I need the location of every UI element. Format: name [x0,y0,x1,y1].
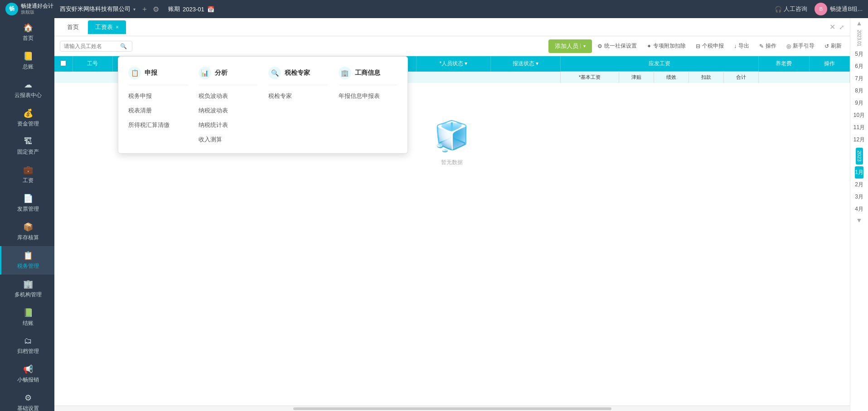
sidebar-item-小畅报销[interactable]: 📢小畅报销 [0,360,54,388]
action-label-0: 统一社保设置 [604,42,637,50]
search-input[interactable] [64,43,118,49]
sidebar-icon-2: ☁ [24,80,32,90]
no-data-text: 暂无数据 [441,159,463,166]
dropdown-item-1-0[interactable]: 税负波动表 [199,89,258,103]
sidebar-item-归档管理[interactable]: 🗂归档管理 [0,332,54,360]
action-icon-6: ↺ [824,43,829,49]
dropdown-item-2-0[interactable]: 税检专家 [268,89,328,103]
col-report-status: 报送状态 ▾ [490,56,561,72]
sidebar-item-云报表中心[interactable]: ☁云报表中心 [0,75,54,104]
period-value[interactable]: 2023-01 [183,6,204,13]
dropdown-item-1-2[interactable]: 纳税统计表 [199,118,258,132]
rs-year-2023[interactable]: 2023 [856,148,863,164]
sidebar-icon-7: 📦 [23,222,33,232]
add-employee-button[interactable]: 添加人员 ▾ [548,39,592,53]
rs-month-3月[interactable]: 3月 [855,191,863,203]
toolbar-action-4[interactable]: ✎操作 [756,40,779,52]
sidebar-label-8: 税务管理 [17,262,39,270]
sidebar-item-总账[interactable]: 📒总账 [0,47,54,75]
rs-month-9月[interactable]: 9月 [853,97,865,109]
toolbar-action-3[interactable]: ↓导出 [731,40,752,52]
rs-month-7月[interactable]: 7月 [853,73,865,85]
dropdown-item-3-0[interactable]: 年报信息申报表 [339,89,398,103]
dropdown-item-1-1[interactable]: 纳税波动表 [199,103,258,118]
horizontal-scrollbar[interactable] [293,407,611,410]
sidebar-label-0: 首页 [23,34,34,42]
dropdown-menu: 📋申报税务申报税表清册所得税汇算清缴📊分析税负波动表纳税波动表纳税统计表收入测算… [118,56,408,154]
rs-month-11月[interactable]: 11月 [853,121,865,134]
col-pension: 养老费 [758,56,809,72]
toolbar-action-1[interactable]: ✦专项附加扣除 [644,40,689,52]
toolbar-action-2[interactable]: ⊟个税申报 [693,40,727,52]
dropdown-item-0-0[interactable]: 税务申报 [128,89,188,103]
rs-months-curr: 1月2月3月4月 [855,166,863,215]
logo-name: 畅捷通好会计 [21,3,53,9]
rs-month-5月[interactable]: 5月 [853,48,865,60]
sidebar-item-首页[interactable]: 🏠首页 [0,18,54,47]
toolbar: 🔍 添加人员 ▾ ⚙统一社保设置✦专项附加扣除⊟个税申报↓导出✎操作◎新手引导↺… [54,36,850,56]
select-all-checkbox[interactable] [54,56,73,72]
company-dropdown-arrow: ▾ [133,7,136,12]
col-status: *人员状态 ▾ [417,56,491,72]
calendar-icon[interactable]: 📅 [207,6,214,13]
dropdown-col-title-3: 工商信息 [355,69,380,77]
sidebar-item-库存核算[interactable]: 📦库存核算 [0,218,54,246]
sub-base-salary: *基本工资 [561,72,619,83]
tab-close-btn[interactable]: × [116,24,119,30]
sidebar: 🏠首页📒总账☁云报表中心💰资金管理🏗固定资产💼工资📄发票管理📦库存核算📋税务管理… [0,18,54,411]
tab-salary[interactable]: 工资表 × [88,20,126,34]
rs-month-1月[interactable]: 1月 [855,166,863,179]
rs-month-4月[interactable]: 4月 [855,203,863,215]
rs-scroll-down[interactable]: ▼ [856,215,863,225]
rs-month-12月[interactable]: 12月 [853,134,865,146]
sidebar-item-发票管理[interactable]: 📄发票管理 [0,189,54,218]
col-id: 工号 [73,56,113,72]
add-dropdown-arrow[interactable]: ▾ [580,44,586,48]
tab-salary-label: 工资表 [95,23,113,31]
sidebar-item-结账[interactable]: 📗结账 [0,303,54,332]
sidebar-icon-4: 🏗 [24,137,32,146]
close-window-btn[interactable]: ✕ [829,23,835,31]
dropdown-item-0-2[interactable]: 所得税汇算清缴 [128,118,188,132]
action-icon-5: ◎ [786,43,791,49]
col-group-salary: 应发工资 [561,56,758,72]
sidebar-item-税务管理[interactable]: 📋税务管理 [0,246,54,275]
rs-month-6月[interactable]: 6月 [853,60,865,73]
period-display: 账期 2023-01 📅 [168,5,214,13]
sidebar-icon-9: 🏢 [23,279,33,289]
rs-month-8月[interactable]: 8月 [853,85,865,97]
toolbar-action-5[interactable]: ◎新手引导 [784,40,817,52]
expand-btn[interactable]: ⤢ [839,24,844,31]
content-area: 首页 工资表 × ✕ ⤢ 🔍 添加人员 ▾ ⚙统一社保设置✦专项附加扣除⊟个税申… [54,18,850,411]
sidebar-label-5: 工资 [23,177,34,184]
rs-month-10月[interactable]: 10月 [853,109,865,121]
sidebar-item-资金管理[interactable]: 💰资金管理 [0,104,54,132]
toolbar-action-6[interactable]: ↺刷新 [822,40,844,52]
logo: 畅 畅捷通好会计 旗舰版 [5,3,60,15]
sidebar-icon-6: 📄 [23,193,33,203]
toolbar-action-0[interactable]: ⚙统一社保设置 [595,40,640,52]
sidebar-item-多机构管理[interactable]: 🏢多机构管理 [0,275,54,303]
sub-total: 合计 [723,72,758,83]
sidebar-item-固定资产[interactable]: 🏗固定资产 [0,132,54,160]
add-icon[interactable]: ＋ [141,5,148,14]
help-btn[interactable]: 🎧 人工咨询 [775,5,807,13]
dropdown-grid: 📋申报税务申报税表清册所得税汇算清缴📊分析税负波动表纳税波动表纳税统计表收入测算… [123,61,403,149]
headset-icon: 🎧 [775,6,782,13]
settings-icon[interactable]: ⚙ [153,5,159,14]
user-name: 畅捷通B组... [830,5,863,13]
sidebar-item-工资[interactable]: 💼工资 [0,160,54,189]
rs-month-2月[interactable]: 2月 [855,179,863,191]
col-operation: 操作 [810,56,850,72]
dropdown-col-header-3: 🏢工商信息 [339,63,398,85]
dropdown-item-1-3[interactable]: 收入测算 [199,132,258,147]
tab-home[interactable]: 首页 [60,20,86,34]
search-box[interactable]: 🔍 [60,41,132,52]
dropdown-col-title-0: 申报 [145,69,157,77]
help-label: 人工咨询 [784,5,807,13]
rs-scroll-up[interactable]: ▲ [856,18,863,28]
dropdown-item-0-1[interactable]: 税表清册 [128,103,188,118]
user-menu[interactable]: B 畅捷通B组... [815,3,863,15]
company-selector[interactable]: 西安虾米网络科技有限公司 ▾ [60,5,136,13]
sidebar-item-基础设置[interactable]: ⚙基础设置 [0,388,54,411]
